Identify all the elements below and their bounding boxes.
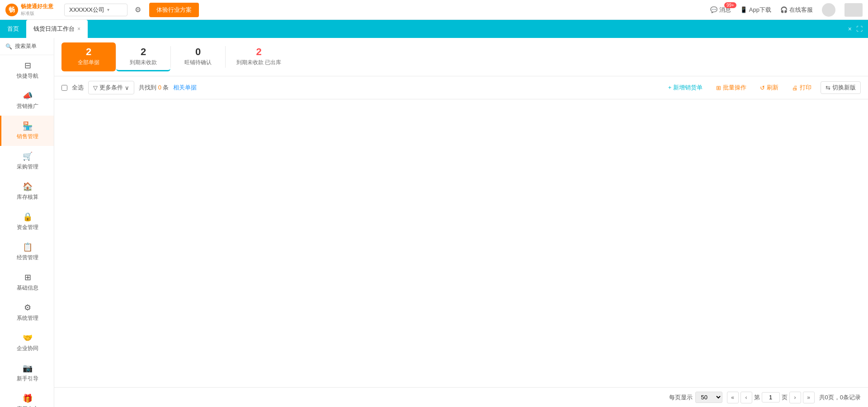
page-nav: « ‹ 第 页 › » xyxy=(727,392,815,403)
stat-label-all: 全部单据 xyxy=(72,59,105,66)
sidebar-item-cooperation[interactable]: 🤝 企业协同 xyxy=(0,327,54,358)
purchase-icon: 🛒 xyxy=(23,151,33,161)
appstore-icon: 🎁 xyxy=(23,393,33,403)
sidebar-item-inventory[interactable]: 🏠 库存核算 xyxy=(0,176,54,206)
sidebar-item-label: 基础信息 xyxy=(17,284,38,292)
table-area xyxy=(54,99,868,387)
guide-icon: 📷 xyxy=(23,363,33,373)
page-prefix-label: 第 xyxy=(754,393,760,402)
finance-icon: 🔒 xyxy=(23,212,33,222)
content-wrapper: 2 全部单据 2 到期未收款 0 旺铺待确认 2 到期未收款 已出库 xyxy=(54,38,868,407)
online-service-button[interactable]: 🎧 在线客服 xyxy=(780,6,813,14)
avatar[interactable] xyxy=(822,3,835,17)
message-icon: 💬 xyxy=(710,6,717,13)
toolbar: 全选 ▽ 更多条件 ∨ 共找到 0 条 相关单据 + 新增销货单 xyxy=(54,76,868,99)
message-button[interactable]: 💬 消息 99+ xyxy=(710,6,731,14)
filter-icon: ▽ xyxy=(93,84,98,91)
stat-card-all[interactable]: 2 全部单据 xyxy=(61,42,116,71)
sidebar-item-label: 新手引导 xyxy=(17,375,38,383)
page-suffix-label: 页 xyxy=(782,393,788,402)
logo-sub: 标准版 xyxy=(21,10,53,16)
basic-icon: ⊞ xyxy=(24,272,31,282)
content-area: 2 全部单据 2 到期未收款 0 旺铺待确认 2 到期未收款 已出库 xyxy=(54,38,868,407)
found-count: 0 xyxy=(158,84,161,91)
print-button[interactable]: 🖨 打印 xyxy=(788,81,816,94)
message-badge: 99+ xyxy=(724,2,736,8)
tab-active[interactable]: 钱货日清工作台 × xyxy=(26,20,88,38)
batch-button[interactable]: ⊞ 批量操作 xyxy=(712,81,751,94)
cooperation-icon: 🤝 xyxy=(23,333,33,343)
sidebar-item-purchase[interactable]: 🛒 采购管理 xyxy=(0,146,54,176)
select-all-checkbox[interactable] xyxy=(61,85,67,91)
stat-number-pending: 0 xyxy=(182,46,214,58)
trial-button[interactable]: 体验行业方案 xyxy=(149,3,199,17)
filter-chevron-icon: ∨ xyxy=(125,84,129,91)
home-tab-label: 首页 xyxy=(7,25,19,33)
sidebar-item-label: 应用中心 xyxy=(17,405,38,407)
stat-card-overdue[interactable]: 2 到期未收款 xyxy=(116,42,170,71)
stat-card-pending[interactable]: 0 旺铺待确认 xyxy=(171,42,225,71)
tab-minimize-icon[interactable]: × xyxy=(848,25,852,33)
refresh-button[interactable]: ↺ 刷新 xyxy=(755,81,783,94)
main-layout: 🔍 搜索菜单 ⊟ 快捷导航 📣 营销推广 🏪 销售管理 🛒 采购管理 🏠 库存核… xyxy=(0,38,868,407)
search-label: 搜索菜单 xyxy=(15,42,37,50)
next-page-button[interactable]: › xyxy=(789,392,801,403)
found-prefix: 共找到 xyxy=(139,84,156,91)
select-all-label: 全选 xyxy=(72,84,84,92)
app-download-button[interactable]: 📱 App下载 xyxy=(740,6,771,14)
refresh-icon: ↺ xyxy=(760,84,765,91)
company-selector[interactable]: XXXXXX公司 ▾ xyxy=(64,4,127,16)
refresh-label: 刷新 xyxy=(767,84,778,92)
sidebar-item-guide[interactable]: 📷 新手引导 xyxy=(0,358,54,388)
tab-close-icon[interactable]: × xyxy=(77,26,80,32)
app-download-icon: 📱 xyxy=(740,6,747,13)
sidebar: 🔍 搜索菜单 ⊟ 快捷导航 📣 营销推广 🏪 销售管理 🛒 采购管理 🏠 库存核… xyxy=(0,38,54,407)
user-name-area[interactable] xyxy=(844,3,863,17)
tab-maximize-icon[interactable]: ⛶ xyxy=(856,25,863,33)
switch-button[interactable]: ⇆ 切换新版 xyxy=(821,81,861,94)
stats-row: 2 全部单据 2 到期未收款 0 旺铺待确认 2 到期未收款 已出库 xyxy=(54,38,868,76)
add-button[interactable]: + 新增销货单 xyxy=(664,81,707,94)
active-tab-label: 钱货日清工作台 xyxy=(33,25,75,33)
page-number-input[interactable] xyxy=(762,392,780,402)
inventory-icon: 🏠 xyxy=(23,182,33,192)
switch-icon: ⇆ xyxy=(826,84,830,91)
prev-page-button[interactable]: ‹ xyxy=(741,392,752,403)
quick-nav-icon: ⊟ xyxy=(24,61,31,70)
sidebar-item-label: 系统管理 xyxy=(17,314,38,322)
logo-main: 畅捷通好生意 xyxy=(21,3,53,10)
operation-icon: 📋 xyxy=(23,242,33,252)
sidebar-item-finance[interactable]: 🔒 资金管理 xyxy=(0,206,54,237)
sidebar-item-label: 库存核算 xyxy=(17,193,38,201)
settings-button[interactable]: ⚙ xyxy=(131,3,145,17)
chevron-down-icon: ▾ xyxy=(107,7,109,12)
sidebar-search[interactable]: 🔍 搜索菜单 xyxy=(0,38,54,55)
tab-home[interactable]: 首页 xyxy=(0,20,26,38)
sidebar-item-quick-nav[interactable]: ⊟ 快捷导航 xyxy=(0,55,54,85)
sidebar-item-sales[interactable]: 🏪 销售管理 xyxy=(0,116,54,146)
per-page-select[interactable]: 50 100 200 xyxy=(695,392,722,403)
sidebar-item-basic[interactable]: ⊞ 基础信息 xyxy=(0,267,54,297)
sidebar-item-label: 资金管理 xyxy=(17,224,38,231)
sidebar-item-marketing[interactable]: 📣 营销推广 xyxy=(0,85,54,116)
sidebar-item-label: 营销推广 xyxy=(17,103,38,110)
sidebar-item-label: 经营管理 xyxy=(17,254,38,262)
sidebar-item-appstore[interactable]: 🎁 应用中心 xyxy=(0,388,54,407)
filter-label: 更多条件 xyxy=(99,84,123,92)
first-page-button[interactable]: « xyxy=(727,392,739,403)
sidebar-item-label: 快捷导航 xyxy=(17,72,38,80)
sidebar-item-label: 企业协同 xyxy=(17,345,38,352)
per-page-selector: 每页显示 50 100 200 xyxy=(669,392,722,403)
stat-label-shipped: 到期未收款 已出库 xyxy=(236,59,281,66)
related-link[interactable]: 相关单据 xyxy=(173,84,197,92)
last-page-button[interactable]: » xyxy=(803,392,815,403)
batch-icon: ⊞ xyxy=(716,84,721,91)
pagination-bar: 每页显示 50 100 200 « ‹ 第 页 › » 共0页，0条记录 xyxy=(54,387,868,407)
app-download-label: App下载 xyxy=(749,6,771,14)
filter-button[interactable]: ▽ 更多条件 ∨ xyxy=(88,81,134,94)
sidebar-item-system[interactable]: ⚙ 系统管理 xyxy=(0,297,54,327)
sidebar-item-operation[interactable]: 📋 经营管理 xyxy=(0,237,54,267)
logo-text: 畅捷通好生意 标准版 xyxy=(21,3,53,16)
print-label: 打印 xyxy=(800,84,811,92)
stat-card-shipped[interactable]: 2 到期未收款 已出库 xyxy=(226,42,292,71)
